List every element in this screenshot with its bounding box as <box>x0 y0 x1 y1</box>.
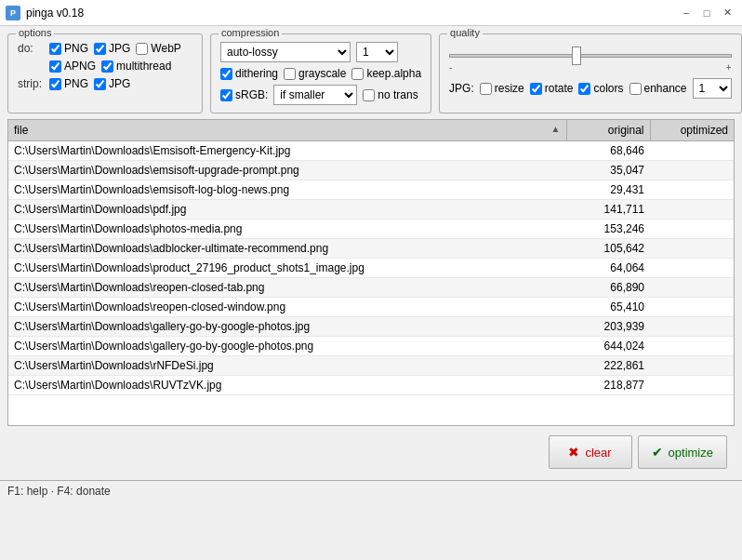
keepalpha-checkbox[interactable] <box>351 68 364 80</box>
original-cell: 68,646 <box>566 141 650 161</box>
optimized-cell <box>650 337 734 356</box>
compression-panel-title: compression <box>219 27 282 38</box>
dithering-checkbox[interactable] <box>220 68 232 80</box>
dithering-label: dithering <box>235 67 278 80</box>
optimized-cell <box>650 161 734 180</box>
options-panel-title: options <box>16 27 54 38</box>
keepalpha-checkbox-label[interactable]: keep.alpha <box>351 67 421 80</box>
table-row[interactable]: C:\Users\Martin\Downloads\Emsisoft-Emerg… <box>8 141 734 161</box>
file-cell: C:\Users\Martin\Downloads\emsisoft-log-b… <box>8 180 566 200</box>
resize-checkbox-label[interactable]: resize <box>480 82 524 95</box>
apng-checkbox-label[interactable]: APNG <box>49 60 96 73</box>
file-cell: C:\Users\Martin\Downloads\pdf.jpg <box>8 200 566 220</box>
optimized-cell <box>650 356 734 376</box>
srgb-mode-select[interactable]: if smaller always never <box>273 85 357 105</box>
table-row[interactable]: C:\Users\Martin\Downloads\reopen-closed-… <box>8 298 734 317</box>
original-cell: 64,064 <box>566 259 650 278</box>
compression-mode-row: auto-lossy auto-lossless lossy lossless … <box>220 42 421 62</box>
quality-slider[interactable] <box>449 54 731 58</box>
optimized-cell <box>650 141 734 161</box>
multithread-label: multithread <box>116 60 171 73</box>
table-row[interactable]: C:\Users\Martin\Downloads\reopen-closed-… <box>8 278 734 298</box>
colors-checkbox-label[interactable]: colors <box>578 82 623 95</box>
original-cell: 218,877 <box>566 376 650 395</box>
minimize-button[interactable]: − <box>677 5 696 21</box>
webp-do-checkbox[interactable] <box>136 43 148 55</box>
notrans-checkbox-label[interactable]: no trans <box>363 88 417 101</box>
optimized-cell <box>650 220 734 239</box>
options-apng-row: APNG multithread <box>18 60 192 73</box>
file-cell: C:\Users\Martin\Downloads\Emsisoft-Emerg… <box>8 141 566 161</box>
clear-button[interactable]: ✖ clear <box>549 435 632 469</box>
file-cell: C:\Users\Martin\Downloads\reopen-closed-… <box>8 278 566 298</box>
file-cell: C:\Users\Martin\Downloads\RUVTzVK.jpg <box>8 376 566 395</box>
optimized-cell <box>650 180 734 200</box>
compression-level-select[interactable]: 123 <box>356 42 398 62</box>
main-content: options do: PNG JPG WebP APNG <box>0 26 742 480</box>
srgb-checkbox-label[interactable]: sRGB: <box>220 88 268 101</box>
multithread-checkbox-label[interactable]: multithread <box>101 60 171 73</box>
rotate-checkbox[interactable] <box>530 83 542 95</box>
file-cell: C:\Users\Martin\Downloads\gallery-go-by-… <box>8 317 566 337</box>
original-cell: 203,939 <box>566 317 650 337</box>
table-row[interactable]: C:\Users\Martin\Downloads\rNFDeSi.jpg222… <box>8 356 734 376</box>
compression-panel: compression auto-lossy auto-lossless los… <box>210 33 431 113</box>
rotate-checkbox-label[interactable]: rotate <box>530 82 574 95</box>
notrans-checkbox[interactable] <box>363 89 375 101</box>
jpg-do-checkbox[interactable] <box>94 43 106 55</box>
png-strip-label: PNG <box>64 77 88 90</box>
close-button[interactable]: ✕ <box>718 5 736 21</box>
table-row[interactable]: C:\Users\Martin\Downloads\adblocker-ulti… <box>8 239 734 259</box>
optimized-cell <box>650 298 734 317</box>
table-row[interactable]: C:\Users\Martin\Downloads\product_27196_… <box>8 259 734 278</box>
file-cell: C:\Users\Martin\Downloads\photos-media.p… <box>8 220 566 239</box>
apng-checkbox[interactable] <box>49 60 61 73</box>
file-cell: C:\Users\Martin\Downloads\adblocker-ulti… <box>8 239 566 259</box>
table-row[interactable]: C:\Users\Martin\Downloads\gallery-go-by-… <box>8 317 734 337</box>
resize-label: resize <box>495 82 524 95</box>
grayscale-checkbox-label[interactable]: grayscale <box>284 67 346 80</box>
original-cell: 66,890 <box>566 278 650 298</box>
jpg-do-checkbox-label[interactable]: JPG <box>94 42 130 55</box>
col-original-header: original <box>566 120 650 141</box>
app-icon: P <box>6 6 20 20</box>
jpg-level-select[interactable]: 123 <box>693 78 732 99</box>
enhance-label: enhance <box>644 82 687 95</box>
table-row[interactable]: C:\Users\Martin\Downloads\emsisoft-upgra… <box>8 161 734 180</box>
png-do-checkbox-label[interactable]: PNG <box>49 42 88 55</box>
table-row[interactable]: C:\Users\Martin\Downloads\RUVTzVK.jpg218… <box>8 376 734 395</box>
maximize-button[interactable]: □ <box>697 5 716 21</box>
quality-panel-title: quality <box>447 27 483 38</box>
png-strip-checkbox-label[interactable]: PNG <box>49 77 88 90</box>
png-do-checkbox[interactable] <box>49 43 61 55</box>
table-row[interactable]: C:\Users\Martin\Downloads\photos-media.p… <box>8 220 734 239</box>
do-label: do: <box>18 42 44 55</box>
srgb-checkbox[interactable] <box>220 89 232 101</box>
status-text: F1: help · F4: donate <box>7 485 111 498</box>
clear-icon: ✖ <box>568 445 579 460</box>
png-strip-checkbox[interactable] <box>49 78 61 90</box>
file-table-body: C:\Users\Martin\Downloads\Emsisoft-Emerg… <box>8 141 734 395</box>
enhance-checkbox-label[interactable]: enhance <box>629 82 687 95</box>
colors-checkbox[interactable] <box>578 83 590 95</box>
jpg-strip-label: JPG <box>109 77 130 90</box>
compression-srgb-row: sRGB: if smaller always never no trans <box>220 85 421 105</box>
grayscale-checkbox[interactable] <box>284 68 296 80</box>
optimize-icon: ✔ <box>652 445 663 460</box>
quality-slider-container: - + <box>449 47 731 73</box>
table-row[interactable]: C:\Users\Martin\Downloads\pdf.jpg141,711 <box>8 200 734 220</box>
compression-mode-select[interactable]: auto-lossy auto-lossless lossy lossless <box>220 42 351 62</box>
enhance-checkbox[interactable] <box>629 83 642 95</box>
table-row[interactable]: C:\Users\Martin\Downloads\emsisoft-log-b… <box>8 180 734 200</box>
file-table-container[interactable]: file ▲ original optimized C:\Users\Marti… <box>7 119 735 426</box>
table-row[interactable]: C:\Users\Martin\Downloads\gallery-go-by-… <box>8 337 734 356</box>
multithread-checkbox[interactable] <box>101 60 113 73</box>
optimized-cell <box>650 376 734 395</box>
dithering-checkbox-label[interactable]: dithering <box>220 67 278 80</box>
optimize-button[interactable]: ✔ optimize <box>638 435 727 469</box>
jpg-strip-checkbox[interactable] <box>94 78 106 90</box>
optimized-cell <box>650 200 734 220</box>
webp-do-checkbox-label[interactable]: WebP <box>136 42 180 55</box>
jpg-strip-checkbox-label[interactable]: JPG <box>94 77 130 90</box>
resize-checkbox[interactable] <box>480 83 492 95</box>
